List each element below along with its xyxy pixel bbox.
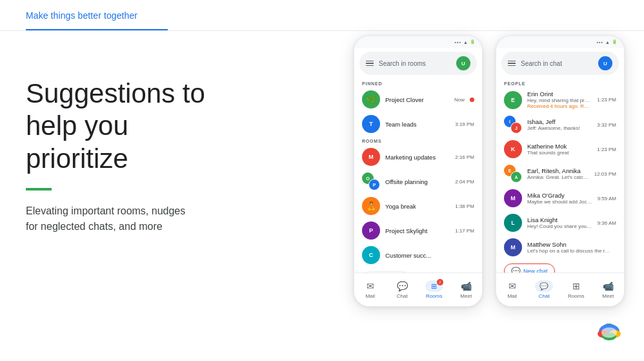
google-logo: [594, 317, 625, 348]
list-item[interactable]: M Marketing updates 2:16 PM: [354, 145, 482, 169]
item-info: Katherine Mok That sounds great: [527, 143, 592, 156]
avatar-customer: C: [362, 246, 380, 264]
list-item[interactable]: I J Ishaa, Jeff Jeff: Awesome, thanks! 3…: [496, 112, 624, 137]
item-info: Mika O'Grady Maybe we should add Jocelyn…: [527, 192, 592, 205]
list-item[interactable]: E Erin Orint Hey, mind sharing that pres…: [496, 87, 624, 112]
list-item[interactable]: M Matthew Sohn Let's hop on a call to di…: [496, 235, 624, 260]
nav-meet-right[interactable]: 📹 Meet: [592, 273, 625, 306]
item-info: Erin Orint Hey, mind sharing that presen…: [527, 90, 592, 109]
user-avatar-left: U: [456, 56, 470, 70]
chat-icon: 💬: [397, 281, 408, 291]
nav-chat-right[interactable]: 💬 Chat: [528, 273, 561, 306]
avatar-marketing: M: [362, 148, 380, 166]
new-chat-button[interactable]: 💬 New chat: [504, 263, 555, 273]
avatar-offsite: O P: [362, 172, 380, 191]
header-underline: [26, 29, 168, 30]
nav-meet-left[interactable]: 📹 Meet: [450, 273, 483, 306]
list-item[interactable]: E A Earl, Ritesh, Annika Annika: Great. …: [496, 161, 624, 186]
avatar-matthew: M: [504, 238, 522, 256]
green-divider: [26, 188, 52, 191]
item-info: Customer succ...: [385, 252, 469, 259]
avatar-lisa: L: [504, 214, 522, 232]
phone-search-chat[interactable]: Search in chat U: [501, 52, 619, 75]
new-chat-label: New chat: [523, 268, 548, 273]
item-info: Yoga break: [385, 203, 450, 210]
left-content: Suggestions to help you prioritize Eleva…: [26, 77, 232, 234]
phone-status-left: ▪▪▪ ▲ 🔋: [354, 36, 482, 48]
sub-text: Elevating important rooms, nudgesfor neg…: [26, 203, 232, 234]
rooms-icon: ⊞: [431, 282, 437, 291]
nav-rooms-left[interactable]: ⊞ 2 Rooms: [418, 273, 450, 306]
unread-dot: [470, 98, 474, 102]
item-info: Ishaa, Jeff Jeff: Awesome, thanks!: [527, 118, 592, 131]
item-info: Team leads: [385, 121, 450, 128]
avatar-earl-group: E A: [504, 165, 522, 183]
avatar-yoga: 🧘: [362, 197, 380, 215]
avatar-katherine: K: [504, 140, 522, 158]
nav-mail-left[interactable]: ✉ Mail: [354, 273, 387, 306]
item-info: Matthew Sohn Let's hop on a call to disc…: [527, 241, 611, 254]
phone-nav-right: ✉ Mail 💬 Chat ⊞ Rooms 📹: [496, 273, 624, 306]
search-placeholder-chat: Search in chat: [521, 60, 593, 67]
avatar-mika: M: [504, 189, 522, 207]
phone-chat: ▪▪▪ ▲ 🔋 Search in chat U PEOPLE E: [496, 36, 625, 307]
chat-icon-right: 💬: [539, 282, 548, 291]
search-placeholder-rooms: Search in rooms: [379, 60, 451, 67]
avatar-erin: E: [504, 91, 522, 109]
chat-new-icon: 💬: [511, 267, 521, 273]
hamburger-icon-right: [508, 61, 516, 67]
mail-icon-right: ✉: [508, 281, 516, 291]
mail-icon: ✉: [367, 281, 374, 291]
item-info: Marketing updates: [385, 154, 450, 161]
svg-point-4: [601, 327, 617, 338]
list-item[interactable]: M Mika O'Grady Maybe we should add Jocel…: [496, 186, 624, 211]
meet-icon: 📹: [461, 281, 472, 291]
avatar-skylight: P: [362, 222, 380, 240]
list-item[interactable]: 🧘 Yoga break 1:38 PM: [354, 194, 482, 218]
avatar-project-clover: 🌿: [362, 90, 380, 108]
list-item[interactable]: P Project Skylight 1:17 PM: [354, 218, 482, 243]
header: Make things better together: [0, 0, 644, 31]
phone-rooms: ▪▪▪ ▲ 🔋 Search in rooms U PINNED 🌿: [354, 36, 483, 307]
hamburger-icon: [366, 61, 374, 67]
rooms-icon-right: ⊞: [572, 281, 580, 291]
header-title: Make things better together: [26, 10, 137, 21]
user-avatar-right: U: [598, 56, 612, 70]
phone-search-rooms[interactable]: Search in rooms U: [359, 52, 477, 75]
rooms-badge: 2: [437, 279, 443, 285]
item-info: Project Clover: [385, 96, 449, 103]
list-item[interactable]: K Katherine Mok That sounds great 1:23 P…: [496, 137, 624, 161]
phone-status-right: ▪▪▪ ▲ 🔋: [496, 36, 624, 48]
nav-chat-left[interactable]: 💬 Chat: [387, 273, 419, 306]
phones-container: ▪▪▪ ▲ 🔋 Search in rooms U PINNED 🌿: [354, 36, 625, 307]
item-info: Earl, Ritesh, Annika Annika: Great. Let'…: [527, 167, 589, 180]
list-item[interactable]: C Customer succ...: [354, 243, 482, 267]
phone-nav-left: ✉ Mail 💬 Chat ⊞ 2 Rooms: [354, 273, 482, 306]
avatar-team-leads: T: [362, 115, 380, 133]
pinned-section-label: PINNED: [354, 79, 482, 87]
list-item[interactable]: 🌿 Project Clover Now: [354, 87, 482, 112]
list-item[interactable]: O P Offsite planning 2:04 PM: [354, 169, 482, 194]
nav-rooms-right[interactable]: ⊞ Rooms: [560, 273, 592, 306]
avatar-ishaa-jeff: I J: [504, 116, 522, 134]
item-info: Offsite planning: [385, 178, 450, 185]
people-section-label: PEOPLE: [496, 79, 624, 87]
nav-mail-right[interactable]: ✉ Mail: [496, 273, 528, 306]
item-info: Project Skylight: [385, 227, 450, 234]
main-heading: Suggestions to help you prioritize: [26, 77, 232, 175]
list-item[interactable]: L Lisa Knight Hey! Could you share your …: [496, 211, 624, 235]
meet-icon-right: 📹: [603, 281, 614, 291]
item-info: Lisa Knight Hey! Could you share your sl…: [527, 216, 592, 229]
rooms-section-label: ROOMS: [354, 136, 482, 145]
list-item[interactable]: T Team leads 3:19 PM: [354, 112, 482, 136]
